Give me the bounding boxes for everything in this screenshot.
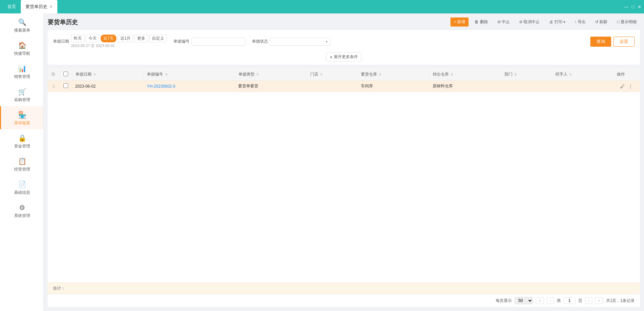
last-page-button[interactable]: »	[595, 297, 603, 304]
date-btn-more[interactable]: 更多	[135, 35, 148, 42]
row-checkbox[interactable]	[63, 83, 68, 88]
date-btn-yesterday[interactable]: 昨天	[71, 35, 85, 42]
page-end-label: 页	[578, 298, 582, 304]
row-bill-no-link[interactable]: YH-20230602-0	[147, 84, 175, 89]
tab-history[interactable]: 要货单历史 ✕	[21, 0, 57, 13]
finance-mgmt-icon: 🔒	[18, 134, 26, 142]
maximize-icon[interactable]: □	[632, 4, 634, 9]
row-check-cell	[60, 81, 72, 92]
expand-row: ∨ 展开更多条件	[53, 50, 635, 61]
col-header-check	[60, 68, 72, 81]
page-label: 第	[557, 298, 561, 304]
col-header-store: 门店 ⇅	[307, 68, 358, 81]
tab-home[interactable]: 首页	[3, 0, 21, 13]
sidebar-item-purchase-mgmt[interactable]: 🛒 采购管理	[0, 83, 43, 106]
delete-button[interactable]: 🗑 删除	[471, 17, 491, 27]
row-bill-no-cell: YH-20230602-0	[144, 81, 235, 92]
select-all-checkbox[interactable]	[63, 72, 68, 76]
col-header-wait-warehouse: 待出仓库 ⇅	[429, 68, 501, 81]
table-row[interactable]: 1 2023-06-02 YH-20230602-0 要货单要货 车间	[48, 81, 640, 92]
sidebar-item-quick-nav[interactable]: 🏠 快捷导航	[0, 37, 43, 60]
page-size-select[interactable]: 20 50 100	[515, 297, 533, 304]
sidebar-item-search-menu[interactable]: 🔍 搜索菜单	[0, 13, 43, 37]
date-btn-7days[interactable]: 近7天	[101, 35, 116, 42]
refresh-button[interactable]: ↺ 刷新	[592, 17, 611, 27]
col-header-bill-no: 单据编号 ⇅	[144, 68, 235, 81]
page-title: 要货单历史	[48, 18, 450, 26]
expand-more-icon: ∨	[330, 55, 333, 59]
cancel-stop-button[interactable]: ⊘ 取消中止	[516, 17, 543, 27]
sidebar-item-finance-mgmt[interactable]: 🔒 资金管理	[0, 129, 43, 152]
row-store-cell	[307, 81, 358, 92]
content-area: 要货单历史 + 新增 🗑 删除 ⊘ 中止 ⊘ 取消中止 🖨 打印 ▾ ↑ 导出 …	[44, 13, 644, 311]
window-controls: — □ ✕	[624, 4, 641, 9]
pagination-bar: 每页显示 20 50 100 « ‹ 第 页 › » 共1页，1条记录	[48, 294, 640, 307]
expand-more-button[interactable]: ∨ 展开更多条件	[326, 52, 362, 61]
stop-button[interactable]: ⊘ 中止	[494, 17, 513, 27]
sort-dept-icon[interactable]: ⇅	[514, 73, 517, 76]
col-header-date: 单据日期 ⇅	[72, 68, 144, 81]
filter-actions: 查询 设置	[590, 37, 635, 47]
search-menu-icon: 🔍	[18, 18, 26, 26]
settings-button[interactable]: 设置	[613, 37, 635, 47]
action-icons: 🖊 ⋮	[616, 84, 637, 89]
bill-status-label: 单据状态	[252, 39, 268, 44]
bill-no-input[interactable]	[192, 38, 245, 46]
col-header-actions: 操作	[613, 68, 640, 81]
first-page-button[interactable]: «	[536, 297, 544, 304]
filter-row: 单据日期 昨天 今天 近7天 近1月 更多 自定义 2023-05-27 至 2…	[53, 35, 635, 48]
ops-mgmt-icon: 📋	[18, 157, 26, 165]
bill-status-select[interactable]	[270, 38, 330, 46]
table-settings-icon[interactable]: ⚙	[51, 71, 55, 77]
date-btn-today[interactable]: 今天	[86, 35, 99, 42]
sort-store-icon[interactable]: ⇅	[320, 73, 323, 76]
row-edit-button[interactable]: 🖊	[620, 84, 626, 89]
sidebar-item-basic-info[interactable]: 📄 基础信息	[0, 176, 43, 199]
purchase-mgmt-icon: 🛒	[18, 88, 26, 96]
sort-handler-icon[interactable]: ⇅	[569, 73, 572, 76]
toolbar: + 新增 🗑 删除 ⊘ 中止 ⊘ 取消中止 🖨 打印 ▾ ↑ 导出 ↺ 刷新 □…	[450, 17, 640, 27]
row-settings-cell: 1	[48, 81, 60, 92]
export-button[interactable]: ↑ 导出	[571, 17, 589, 27]
query-button[interactable]: 查询	[590, 37, 611, 47]
sidebar-item-sales-mgmt[interactable]: 📊 销售管理	[0, 60, 43, 83]
row-bill-type-cell: 要货单要货	[235, 81, 307, 92]
next-page-button[interactable]: ›	[585, 297, 592, 304]
tab-close-icon[interactable]: ✕	[49, 4, 53, 9]
close-icon[interactable]: ✕	[638, 4, 641, 9]
sidebar: 🔍 搜索菜单 🏠 快捷导航 📊 销售管理 🛒 采购管理 🏪 库存核算 🔒 资金管…	[0, 13, 44, 311]
date-buttons: 昨天 今天 近7天 近1月 更多 自定义	[71, 35, 167, 42]
row-req-warehouse-cell: 车间库	[358, 81, 429, 92]
date-range-text: 2023-05-27 至 2023-06-02	[71, 43, 167, 48]
inventory-calc-icon: 🏪	[18, 111, 26, 119]
sort-bill-type-icon[interactable]: ⇅	[256, 73, 259, 76]
new-button[interactable]: + 新增	[450, 17, 469, 27]
sidebar-item-ops-mgmt[interactable]: 📋 经营管理	[0, 152, 43, 176]
col-header-settings: ⚙	[48, 68, 60, 81]
col-header-dept: 部门 ⇅	[501, 68, 552, 81]
print-button[interactable]: 🖨 打印 ▾	[546, 17, 568, 27]
date-btn-1month[interactable]: 近1月	[118, 35, 133, 42]
prev-page-button[interactable]: ‹	[547, 297, 554, 304]
minimize-icon[interactable]: —	[624, 4, 628, 9]
col-header-req-warehouse: 要货仓库 ⇅	[358, 68, 429, 81]
table-scroll-container[interactable]: ⚙ 单据日期 ⇅ 单据编号 ⇅	[48, 68, 640, 282]
sort-req-warehouse-icon[interactable]: ⇅	[379, 73, 381, 76]
bill-no-label: 单据编号	[173, 39, 190, 44]
main-layout: 🔍 搜索菜单 🏠 快捷导航 📊 销售管理 🛒 采购管理 🏪 库存核算 🔒 资金管…	[0, 13, 644, 311]
sort-wait-warehouse-icon[interactable]: ⇅	[450, 73, 453, 76]
row-handler-cell	[552, 81, 613, 92]
row-dept-cell	[501, 81, 552, 92]
display-detail-button[interactable]: □ 显示明细	[613, 17, 640, 27]
row-more-button[interactable]: ⋮	[628, 84, 634, 89]
sort-bill-no-icon[interactable]: ⇅	[165, 73, 168, 76]
date-btn-custom[interactable]: 自定义	[149, 35, 167, 42]
col-header-bill-type: 单据类型 ⇅	[235, 68, 307, 81]
sort-date-icon[interactable]: ⇅	[93, 73, 96, 76]
filter-card: 单据日期 昨天 今天 近7天 近1月 更多 自定义 2023-05-27 至 2…	[48, 30, 640, 65]
sidebar-item-inventory-calc[interactable]: 🏪 库存核算	[0, 106, 43, 129]
bill-no-filter-group: 单据编号	[173, 38, 245, 46]
page-number-input[interactable]	[564, 297, 576, 304]
sidebar-item-system-mgmt[interactable]: ⚙ 系统管理	[0, 199, 43, 222]
row-date-cell: 2023-06-02	[72, 81, 144, 92]
